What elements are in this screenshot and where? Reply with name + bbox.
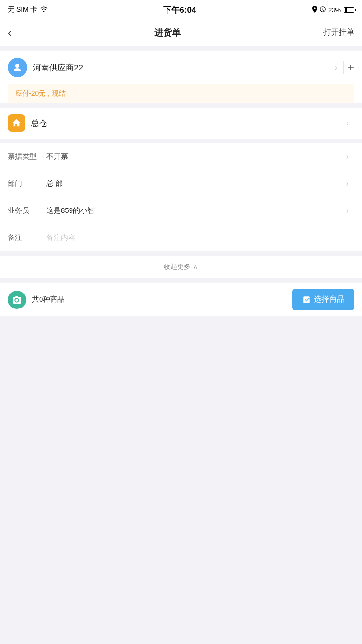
remark-label: 备注 (8, 233, 46, 242)
back-button[interactable]: ‹ (8, 26, 12, 40)
invoice-type-chevron-icon: › (346, 153, 348, 161)
nav-bar: ‹ 进货单 打开挂单 (0, 19, 362, 46)
warehouse-name: 总仓 (31, 118, 346, 129)
supplier-row[interactable]: 河南供应商22 › + (8, 51, 354, 84)
department-label: 部门 (8, 179, 46, 188)
salesman-row[interactable]: 业务员 这是859的小智 › (0, 197, 362, 224)
battery-icon (344, 7, 354, 13)
form-section: 票据类型 不开票 › 部门 总 部 › 业务员 这是859的小智 › 备注 备注… (0, 143, 362, 251)
page-filler (0, 316, 362, 461)
salesman-chevron-icon: › (346, 207, 348, 215)
invoice-type-label: 票据类型 (8, 152, 46, 161)
status-time: 下午6:04 (163, 4, 196, 15)
svg-point-0 (15, 64, 19, 68)
warehouse-row[interactable]: 总仓 › (0, 108, 362, 139)
remark-input[interactable]: 备注内容 (46, 233, 354, 242)
supplier-chevron-icon: › (335, 63, 337, 72)
add-supplier-button[interactable]: + (343, 61, 354, 74)
open-pending-button[interactable]: 打开挂单 (323, 28, 354, 38)
salesman-value: 这是859的小智 (46, 206, 346, 215)
page-title: 进货单 (154, 27, 181, 39)
supplier-name: 河南供应商22 (33, 62, 335, 73)
location-icon (312, 6, 318, 14)
carrier-text: 无 SIM 卡 (8, 5, 37, 14)
invoice-type-value: 不开票 (46, 152, 346, 161)
product-count-text: 共0种商品 (32, 295, 287, 304)
department-chevron-icon: › (346, 180, 348, 188)
select-product-button[interactable]: 选择商品 (292, 289, 354, 310)
select-product-label: 选择商品 (314, 294, 345, 305)
status-left: 无 SIM 卡 (8, 5, 48, 14)
battery-percentage: 23% (328, 6, 341, 14)
status-bar: 无 SIM 卡 下午6:04 23% (0, 0, 362, 19)
status-right: 23% (312, 6, 354, 14)
warehouse-section: 总仓 › (0, 108, 362, 139)
collapse-button[interactable]: 收起更多 ∧ (0, 256, 362, 278)
notice-bar: 应付-20元，现结 (8, 84, 354, 103)
wifi-icon (40, 6, 48, 14)
salesman-label: 业务员 (8, 206, 46, 215)
product-icon (8, 291, 26, 309)
alarm-icon (320, 6, 326, 14)
department-value: 总 部 (46, 179, 346, 188)
supplier-avatar (8, 58, 27, 77)
warehouse-icon (8, 114, 25, 132)
supplier-section: 河南供应商22 › + 应付-20元，现结 (0, 51, 362, 103)
department-row[interactable]: 部门 总 部 › (0, 170, 362, 197)
remark-row[interactable]: 备注 备注内容 (0, 224, 362, 251)
collapse-label: 收起更多 ∧ (164, 263, 198, 271)
invoice-type-row[interactable]: 票据类型 不开票 › (0, 143, 362, 170)
divider-1 (0, 46, 362, 51)
warehouse-chevron-icon: › (346, 119, 348, 127)
bottom-bar: 共0种商品 选择商品 (0, 283, 362, 316)
